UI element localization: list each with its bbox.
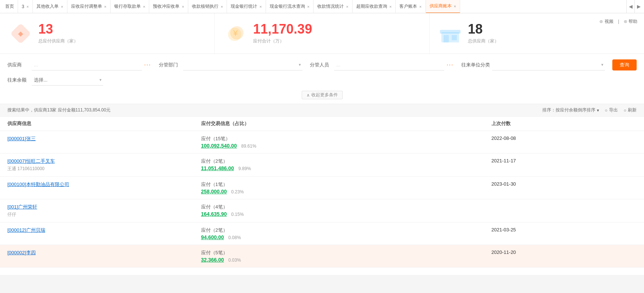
sort-label: 排序：按应付余额倒序排序 (542, 107, 595, 113)
nav-tab-customer-book[interactable]: 客户账本 × (396, 0, 426, 13)
transaction-info-6: 应付（5笔） 32,366.00 0.03% (201, 249, 491, 263)
filter-person-input[interactable] (334, 59, 444, 70)
nav-arrow-left[interactable]: ◀ (626, 0, 634, 13)
trans-label-6: 应付（5笔） (201, 249, 491, 256)
nav-tab-supplier-book[interactable]: 供应商账本 × (426, 0, 460, 13)
nav-tab-adjust[interactable]: 应收应付调整单 × (67, 0, 111, 13)
sort-button[interactable]: 排序：按应付余额倒序排序 ▾ (542, 107, 599, 113)
supplier-info-3: [000100]本特勤油品有限公司 (7, 181, 201, 188)
stats-bar: ◆ 13 总应付供应商（家） ¥ 11,170.39 应付合计（万） (0, 13, 644, 54)
nav-tab-prepay-recv[interactable]: 预收冲应收单 × (149, 0, 188, 13)
nav-tab-other-income-close[interactable]: × (61, 4, 63, 9)
refresh-button[interactable]: ○ 刷新 (624, 107, 637, 113)
nav-tab-recv-stat-label: 收款情况统计 (317, 3, 344, 10)
supplier-link-5[interactable]: [000012]广州贝瑞 (7, 227, 201, 234)
trans-amount-3[interactable]: 258,000.00 (201, 189, 227, 194)
nav-tab-cash-flow-close[interactable]: × (307, 4, 309, 9)
trans-label-3: 应付（1笔） (201, 181, 491, 188)
nav-tab-3[interactable]: 3 × (18, 0, 33, 13)
filter-dept-select[interactable] (183, 59, 303, 70)
svg-text:◆: ◆ (18, 30, 23, 37)
video-link[interactable]: ⊙ 视频 (599, 18, 613, 25)
table-area: 供应商信息 应付交易信息（占比） 上次付数 [000001]张三 应付（15笔）… (0, 117, 644, 275)
supplier-link-2[interactable]: [000007]恒旺二手叉车 (7, 158, 201, 165)
nav-tab-recv-stat[interactable]: 收款情况统计 × (314, 0, 352, 13)
supplier-ellipsis[interactable]: ··· (144, 62, 151, 68)
filter-category: 往来单位分类 ▾ (461, 59, 605, 70)
stat-card-suppliers-payable: ◆ 13 总应付供应商（家） (0, 13, 215, 54)
nav-tab-customer-book-close[interactable]: × (419, 4, 421, 9)
svg-rect-6 (440, 30, 461, 34)
person-ellipsis[interactable]: ··· (447, 62, 454, 68)
supplier-link-6[interactable]: [000002]李四 (7, 249, 201, 256)
diamond-icon: ◆ (9, 22, 32, 45)
refresh-circle-icon: ○ (624, 108, 626, 113)
nav-tab-adjust-close[interactable]: × (104, 4, 106, 9)
nav-tab-cash-stat[interactable]: 现金银行统计 × (227, 0, 266, 13)
nav-tab-3-label: 3 (22, 4, 24, 9)
stat-number-payable: 13 (38, 23, 78, 36)
trans-amount-6[interactable]: 32,366.00 (201, 257, 224, 263)
result-info-bar: 搜索结果中，供应商13家 应付金额111,703,854.00元 排序：按应付余… (0, 104, 644, 117)
trans-amount-4[interactable]: 164,635.90 (201, 211, 227, 217)
nav-tab-cash-stat-label: 现金银行统计 (231, 3, 257, 10)
filters-area: 供应商 ··· 分管部门 ▾ 分管人员 ··· 往来单位分类 (0, 54, 644, 104)
export-circle-icon: ○ (605, 108, 608, 113)
nav-tab-overdue-recv-close[interactable]: × (389, 4, 392, 9)
nav-tab-other-income[interactable]: 其他收入单 × (33, 0, 67, 13)
supplier-link-4[interactable]: [001]广州荣轩 (7, 204, 201, 210)
filter-category-select[interactable] (492, 59, 605, 70)
table-row: [000100]本特勤油品有限公司 应付（1笔） 258,000.00 0.23… (0, 177, 644, 199)
filter-supplier-input[interactable] (32, 59, 142, 70)
nav-tab-prepay-recv-label: 预收冲应收单 (153, 3, 179, 10)
trans-amount-2[interactable]: 11,051,486.00 (201, 165, 234, 171)
search-button[interactable]: 查询 (612, 59, 637, 70)
trans-label-1: 应付（15笔） (201, 135, 491, 142)
stat-info-total: 11,170.39 应付合计（万） (253, 23, 312, 44)
sort-chevron-down-icon: ▾ (597, 108, 599, 113)
col-header-supplier: 供应商信息 (7, 120, 201, 127)
filter-row-1: 供应商 ··· 分管部门 ▾ 分管人员 ··· 往来单位分类 (7, 59, 637, 70)
nav-tab-cash-flow-label: 现金银行流水查询 (270, 3, 305, 10)
nav-tab-overdue-recv[interactable]: 超期应收款查询 × (353, 0, 396, 13)
export-button[interactable]: ○ 导出 (605, 107, 618, 113)
svg-rect-7 (444, 35, 449, 42)
supplier-link-1[interactable]: [000001]张三 (7, 135, 201, 142)
top-links: ⊙ 视频 ｜ ⊙ 帮助 (599, 18, 637, 25)
help-link[interactable]: ⊙ 帮助 (624, 18, 637, 25)
nav-tab-recv-stat-close[interactable]: × (346, 4, 348, 9)
nav-tab-adjust-label: 应收应付调整单 (71, 3, 102, 10)
collapse-button[interactable]: ∧ 收起更多条件 (302, 91, 343, 99)
table-row: [000007]恒旺二手叉车 王通 17106110000 应付（2笔） 11,… (0, 154, 644, 177)
nav-arrow-right[interactable]: ▶ (634, 0, 643, 13)
supplier-info-4: [001]广州荣轩 仔仔 (7, 204, 201, 218)
collapse-bar: ∧ 收起更多条件 (7, 89, 637, 100)
separator: ｜ (616, 18, 621, 25)
last-pay-5: 2021-03-25 (491, 227, 637, 232)
nav-tab-bank[interactable]: 银行存取款单 × (111, 0, 149, 13)
result-info-right: 排序：按应付余额倒序排序 ▾ ○ 导出 ○ 刷新 (542, 107, 637, 113)
filter-balance-select[interactable]: 选择... (32, 74, 103, 85)
transaction-info-5: 应付（2笔） 94,600.00 0.08% (201, 227, 491, 240)
nav-tab-bank-label: 银行存取款单 (114, 3, 141, 10)
nav-tab-bank-close[interactable]: × (143, 4, 145, 9)
stat-card-total-payable: ¥ 11,170.39 应付合计（万） (215, 13, 430, 54)
nav-tab-home[interactable]: 首页 (1, 0, 18, 13)
transaction-info-1: 应付（15笔） 100,092,540.00 89.61% (201, 135, 491, 149)
nav-tab-cash-stat-close[interactable]: × (259, 4, 262, 9)
nav-tab-cash-flow[interactable]: 现金银行流水查询 × (266, 0, 314, 13)
filter-dept: 分管部门 ▾ (159, 59, 303, 70)
nav-tab-prepay-recv-close[interactable]: × (182, 4, 184, 9)
nav-tab-3-close[interactable]: × (27, 4, 29, 9)
stat-number-all: 18 (468, 23, 499, 36)
supplier-link-3[interactable]: [000100]本特勤油品有限公司 (7, 181, 201, 188)
nav-tab-recv-exec-close[interactable]: × (221, 4, 223, 9)
nav-tab-supplier-book-close[interactable]: × (454, 4, 456, 8)
trans-amount-1[interactable]: 100,092,540.00 (201, 143, 237, 149)
table-row: [001]广州荣轩 仔仔 应付（4笔） 164,635.90 0.15% (0, 199, 644, 223)
trans-label-2: 应付（2笔） (201, 158, 491, 165)
transaction-info-2: 应付（2笔） 11,051,486.00 9.89% (201, 158, 491, 171)
nav-tab-recv-exec[interactable]: 收款核销执行 × (188, 0, 227, 13)
trans-amount-5[interactable]: 94,600.00 (201, 234, 224, 240)
trans-percent-1: 89.61% (241, 144, 256, 149)
